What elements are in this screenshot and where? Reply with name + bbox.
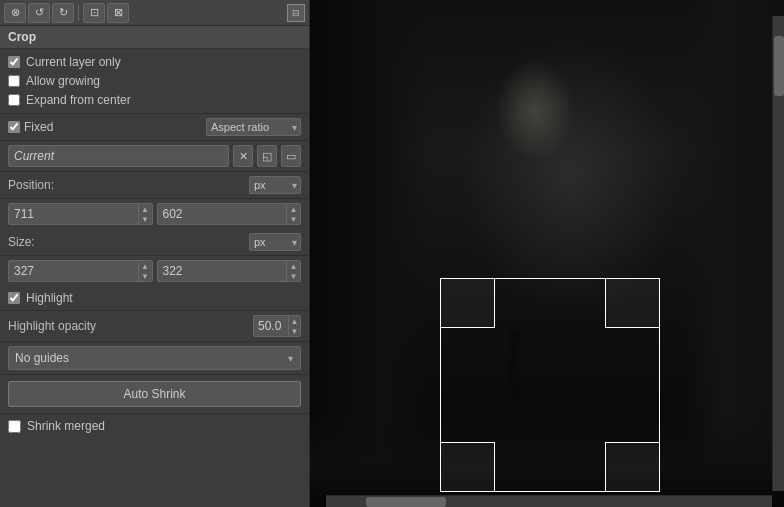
- position-x-arrows: ▲ ▼: [138, 204, 152, 224]
- position-y-input[interactable]: 602: [158, 204, 287, 224]
- landscape-button[interactable]: ▭: [281, 145, 301, 167]
- portrait-button[interactable]: ◱: [257, 145, 277, 167]
- aspect-select-wrapper: Aspect ratio Width × Height Size: [206, 118, 301, 136]
- position-x-down[interactable]: ▼: [138, 214, 152, 224]
- fixed-checkbox[interactable]: [8, 121, 20, 133]
- allow-growing-label: Allow growing: [26, 74, 100, 88]
- expand-from-center-checkbox[interactable]: [8, 94, 20, 106]
- position-y-spinbox: 602 ▲ ▼: [157, 203, 302, 225]
- size-w-input[interactable]: 327: [9, 261, 138, 281]
- opacity-down[interactable]: ▼: [288, 326, 300, 336]
- opacity-input[interactable]: 50.0: [254, 317, 288, 335]
- allow-growing-checkbox[interactable]: [8, 75, 20, 87]
- position-x-up[interactable]: ▲: [138, 204, 152, 214]
- undo-button[interactable]: ↺: [28, 3, 50, 23]
- highlight-checkbox[interactable]: [8, 292, 20, 304]
- size-h-input[interactable]: 322: [158, 261, 287, 281]
- scrollbar-vertical[interactable]: [772, 16, 784, 491]
- section-crop-title: Crop: [0, 26, 309, 49]
- size-w-up[interactable]: ▲: [138, 261, 152, 271]
- corner-bl-box: [440, 442, 495, 492]
- size-label: Size:: [8, 235, 245, 249]
- guides-select[interactable]: No guides Center lines Rule of thirds Go…: [8, 346, 301, 370]
- opacity-row: Highlight opacity 50.0 ▲ ▼: [0, 311, 309, 342]
- redo-button[interactable]: ↻: [52, 3, 74, 23]
- size-h-up[interactable]: ▲: [286, 261, 300, 271]
- aspect-ratio-select[interactable]: Aspect ratio Width × Height Size: [206, 118, 301, 136]
- scrollbar-horizontal[interactable]: [326, 495, 772, 507]
- current-layer-only-row: Current layer only: [8, 55, 301, 69]
- crop-options: Current layer only Allow growing Expand …: [0, 49, 309, 114]
- corner-tl-box: [440, 278, 495, 328]
- size-h-spinbox: 322 ▲ ▼: [157, 260, 302, 282]
- scrollbar-vertical-thumb[interactable]: [774, 36, 784, 96]
- opacity-value-box: 50.0 ▲ ▼: [253, 315, 301, 337]
- current-layer-only-label: Current layer only: [26, 55, 121, 69]
- opacity-arrows: ▲ ▼: [288, 316, 300, 336]
- scene: [310, 0, 784, 507]
- opacity-up[interactable]: ▲: [288, 316, 300, 326]
- highlight-label: Highlight: [26, 291, 73, 305]
- position-spinbox-pair: 711 ▲ ▼ 602 ▲ ▼: [0, 199, 309, 229]
- size-label-row: Size: px mm cm in %: [0, 229, 309, 256]
- size-w-down[interactable]: ▼: [138, 271, 152, 281]
- scrollbar-horizontal-thumb[interactable]: [366, 497, 446, 507]
- light-glow: [495, 60, 575, 160]
- crop-icon[interactable]: ⊡: [83, 3, 105, 23]
- corner-tr-box: [605, 278, 660, 328]
- left-panel: ⊗ ↺ ↻ ⊡ ⊠ ⊟ Crop Current layer only Allo…: [0, 0, 310, 507]
- toolbar-separator: [78, 5, 79, 21]
- position-x-spinbox: 711 ▲ ▼: [8, 203, 153, 225]
- size-unit-wrapper: px mm cm in %: [249, 233, 301, 251]
- size-w-spinbox: 327 ▲ ▼: [8, 260, 153, 282]
- toolbar: ⊗ ↺ ↻ ⊡ ⊠ ⊟: [0, 0, 309, 26]
- floor-debris: [310, 407, 784, 507]
- position-y-up[interactable]: ▲: [286, 204, 300, 214]
- shrink-merged-checkbox[interactable]: [8, 420, 21, 433]
- reset-button[interactable]: ⊗: [4, 3, 26, 23]
- current-layer-only-checkbox[interactable]: [8, 56, 20, 68]
- highlight-row: Highlight: [0, 286, 309, 311]
- current-row: ✕ ◱ ▭: [0, 141, 309, 172]
- current-input[interactable]: [8, 145, 229, 167]
- canvas-area[interactable]: [310, 0, 784, 507]
- clear-button[interactable]: ✕: [233, 145, 253, 167]
- position-label-row: Position: px mm cm in %: [0, 172, 309, 199]
- size-unit-select[interactable]: px mm cm in %: [249, 233, 301, 251]
- perspective-icon[interactable]: ⊠: [107, 3, 129, 23]
- position-unit-wrapper: px mm cm in %: [249, 176, 301, 194]
- corner-box-icon: ⊟: [287, 4, 305, 22]
- size-h-arrows: ▲ ▼: [286, 261, 300, 281]
- position-label: Position:: [8, 178, 245, 192]
- size-w-arrows: ▲ ▼: [138, 261, 152, 281]
- guides-row: No guides Center lines Rule of thirds Go…: [0, 342, 309, 375]
- position-y-down[interactable]: ▼: [286, 214, 300, 224]
- position-x-input[interactable]: 711: [9, 204, 138, 224]
- expand-from-center-row: Expand from center: [8, 93, 301, 107]
- corner-br-box: [605, 442, 660, 492]
- expand-from-center-label: Expand from center: [26, 93, 131, 107]
- allow-growing-row: Allow growing: [8, 74, 301, 88]
- figure-silhouette: [500, 330, 528, 400]
- auto-shrink-row: Auto Shrink: [0, 375, 309, 414]
- position-y-arrows: ▲ ▼: [286, 204, 300, 224]
- opacity-label: Highlight opacity: [8, 319, 249, 333]
- fixed-aspect-row: Fixed Aspect ratio Width × Height Size: [0, 114, 309, 141]
- fixed-label: Fixed: [24, 120, 202, 134]
- shrink-merged-row: Shrink merged: [0, 414, 309, 438]
- position-unit-select[interactable]: px mm cm in %: [249, 176, 301, 194]
- size-h-down[interactable]: ▼: [286, 271, 300, 281]
- shrink-merged-label: Shrink merged: [27, 419, 105, 433]
- auto-shrink-button[interactable]: Auto Shrink: [8, 381, 301, 407]
- size-spinbox-pair: 327 ▲ ▼ 322 ▲ ▼: [0, 256, 309, 286]
